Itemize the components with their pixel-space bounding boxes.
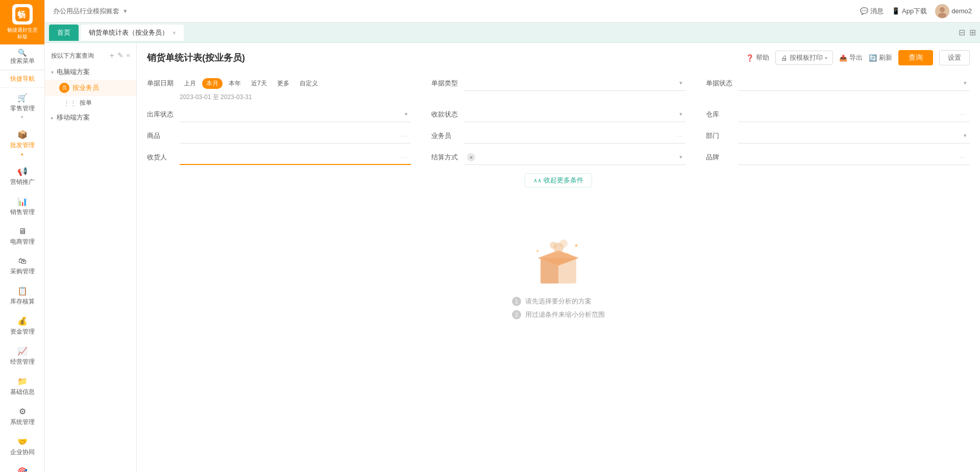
refresh-btn[interactable]: 🔄 刷新 (869, 53, 892, 62)
breadcrumb-dropdown-icon[interactable]: ▾ (124, 7, 127, 15)
topbar-actions: 💬 消息 📱 App下载 demo2 (860, 4, 972, 18)
date-this-month[interactable]: 本月 (202, 78, 223, 89)
export-btn[interactable]: 📤 导出 (839, 53, 863, 62)
goods-filter-cell: 商品 ··· (147, 128, 421, 144)
quick-nav[interactable]: 快捷导航 (0, 70, 44, 88)
date-last-month[interactable]: 上月 (180, 78, 200, 89)
settlement-label: 结算方式 (431, 153, 460, 162)
edit-plan-btn[interactable]: ✎ (117, 51, 124, 60)
brand-label: 品牌 (706, 153, 734, 162)
page-actions: ❓ 帮助 🖨 按模板打印 ▾ 📤 导出 🔄 刷新 (746, 50, 970, 65)
dept-select[interactable]: ▾ (739, 128, 970, 144)
finance-icon: 💰 (17, 316, 28, 326)
chevron-down-icon: ▾ (51, 69, 54, 75)
warehouse-filter-cell: 仓库 ··· (696, 107, 970, 122)
date-filter-cell: 单据日期 上月 本月 本年 近7天 更多 自定义 (147, 78, 421, 89)
sidebar-item-purchase[interactable]: 🛍 采购管理 (0, 251, 44, 281)
settlement-clear-btn[interactable]: × (467, 153, 475, 161)
plan-item-by-salesman[interactable]: 员 按业务员 (45, 80, 136, 96)
tab-sales-stat[interactable]: 销货单统计表（按业务员） × (81, 25, 184, 41)
sidebar-item-basic[interactable]: 📁 基础信息 (0, 371, 44, 402)
query-button[interactable]: 查询 (898, 50, 933, 65)
sidebar-item-enterprise[interactable]: 🤝 企业协同 (0, 432, 44, 462)
doc-status-select[interactable]: ▾ (739, 76, 970, 91)
sidebar-item-sales[interactable]: 📊 销售管理 (0, 192, 44, 222)
marketing-icon: 📢 (17, 167, 28, 176)
svg-point-7 (550, 242, 557, 249)
settings-button[interactable]: 设置 (939, 50, 970, 65)
app-subtitle: 标版 (17, 33, 28, 40)
dept-label: 部门 (706, 131, 734, 140)
sidebar-item-system[interactable]: ⚙ 系统管理 (0, 402, 44, 432)
plan-group-mobile-label: 移动端方案 (57, 113, 90, 122)
collapse-row: ∧∧ 收起更多条件 (147, 169, 970, 192)
tab-close-icon[interactable]: × (173, 30, 176, 36)
doc-status-dropdown-icon: ▾ (964, 80, 967, 86)
salesman-label: 业务员 (431, 131, 460, 140)
tab-minimize-icon[interactable]: ⊟ (959, 28, 965, 37)
date-last-7[interactable]: 近7天 (247, 78, 271, 89)
right-panel: 销货单统计表(按业务员) ❓ 帮助 🖨 按模板打印 ▾ 📤 导出 (137, 43, 980, 472)
svg-text:✦: ✦ (566, 252, 570, 256)
print-btn[interactable]: 🖨 按模板打印 ▾ (775, 51, 833, 65)
inventory-icon: 📋 (17, 286, 28, 296)
plan-item-by-order[interactable]: ⋮⋮ 按单 (45, 96, 136, 110)
collapse-more-btn[interactable]: ∧∧ 收起更多条件 (525, 173, 592, 187)
empty-tip-1: 1 请先选择要分析的方案 (512, 297, 605, 306)
ship-status-label: 出库状态 (147, 110, 176, 119)
goods-label: 商品 (147, 131, 176, 140)
plan-group-mobile-header[interactable]: ▸ 移动端方案 (45, 110, 136, 125)
dept-dropdown-icon: ▾ (964, 132, 967, 139)
tab-sales-stat-label: 销货单统计表（按业务员） (89, 28, 168, 37)
purchase-icon: 🛍 (18, 256, 27, 266)
export-icon: 📤 (839, 54, 847, 62)
plan-group-desktop-label: 电脑端方案 (57, 67, 90, 77)
app-name: 畅捷通好生意 (7, 27, 38, 33)
app-logo[interactable]: 畅 畅捷通好生意 标版 (0, 0, 44, 44)
tab-home-label: 首页 (57, 28, 70, 37)
brand-select[interactable]: ··· (739, 150, 970, 165)
sidebar-item-ecommerce[interactable]: 🖥 电商管理 (0, 222, 44, 251)
message-btn[interactable]: 💬 消息 (860, 7, 884, 16)
date-custom[interactable]: 自定义 (296, 78, 322, 89)
help-icon: ❓ (746, 54, 754, 62)
pay-status-label: 收款状态 (431, 110, 460, 119)
pay-status-select[interactable]: ▾ (464, 107, 685, 122)
help-btn[interactable]: ❓ 帮助 (746, 53, 769, 62)
plan-group-mobile: ▸ 移动端方案 (45, 110, 136, 125)
app-download-btn[interactable]: 📱 App下载 (892, 7, 927, 16)
doc-type-select[interactable]: ▾ (464, 76, 685, 91)
settlement-dropdown-icon: ▾ (679, 154, 682, 160)
sidebar-item-wholesale[interactable]: 📦 批发管理 ▴ (0, 125, 44, 161)
date-this-year[interactable]: 本年 (225, 78, 245, 89)
sidebar-item-operation[interactable]: 📈 经营管理 (0, 341, 44, 371)
salesman-select[interactable]: ··· (464, 128, 685, 144)
sidebar-item-marketing[interactable]: 📢 营销推广 (0, 161, 44, 192)
tab-expand-icon[interactable]: ⊞ (969, 28, 976, 37)
svg-text:✦: ✦ (574, 242, 579, 249)
plan-group-desktop-header[interactable]: ▾ 电脑端方案 (45, 64, 136, 80)
sidebar-item-finance[interactable]: 💰 资金管理 (0, 311, 44, 341)
date-more[interactable]: 更多 (273, 78, 293, 89)
ship-status-select[interactable]: ▾ (180, 107, 411, 122)
doc-type-label: 单据类型 (431, 79, 460, 88)
refresh-icon: 🔄 (869, 54, 877, 62)
sidebar-item-retail[interactable]: 🛒 零售管理 ▾ (0, 88, 44, 125)
add-plan-btn[interactable]: + (109, 51, 114, 60)
operation-icon: 📈 (17, 346, 28, 356)
left-panel-actions: + ✎ « (109, 51, 130, 60)
sidebar: 畅 畅捷通好生意 标版 🔍 搜索菜单 快捷导航 🛒 零售管理 ▾ 📦 批发管理 … (0, 0, 45, 472)
search-menu[interactable]: 🔍 搜索菜单 (0, 44, 44, 70)
sidebar-item-newbie[interactable]: 🎯 新手引导 (0, 462, 44, 472)
sidebar-item-inventory[interactable]: 📋 库存核算 (0, 281, 44, 311)
content-area: 按以下方案查询 + ✎ « ▾ 电脑端方案 员 按业务员 ⋮⋮ (45, 43, 980, 472)
tab-home[interactable]: 首页 (49, 25, 79, 41)
goods-select[interactable]: ··· (180, 128, 411, 144)
user-profile-btn[interactable]: demo2 (935, 4, 972, 18)
warehouse-select[interactable]: ··· (739, 107, 970, 122)
receiver-input[interactable]: ··· (180, 150, 411, 165)
basic-icon: 📁 (17, 376, 28, 386)
user-name: demo2 (951, 7, 972, 15)
settlement-select[interactable]: × ▾ (464, 150, 685, 165)
collapse-panel-btn[interactable]: « (127, 51, 130, 60)
